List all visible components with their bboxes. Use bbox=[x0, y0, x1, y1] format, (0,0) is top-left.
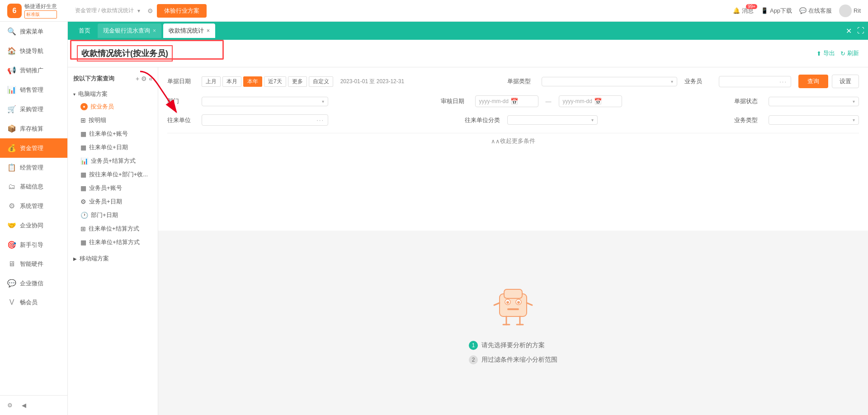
tab-bank-flow[interactable]: 现金银行流水查询 × bbox=[98, 24, 161, 38]
add-scheme-btn[interactable]: + bbox=[136, 75, 139, 82]
empty-step-2: 2 用过滤条件来缩小分析范围 bbox=[469, 355, 557, 364]
tab-home[interactable]: 首页 bbox=[71, 22, 98, 40]
dept-select[interactable]: ▾ bbox=[202, 97, 328, 106]
scheme-item-partner-dept[interactable]: ▦ 按往来单位+部门+收... bbox=[68, 168, 158, 181]
sidebar-item-operation[interactable]: 📋 经营管理 bbox=[0, 158, 67, 177]
date-separator: — bbox=[546, 98, 552, 105]
scheme-group-mobile: ▶ 移动端方案 bbox=[68, 251, 158, 266]
scheme-item-partner-account[interactable]: ▦ 往来单位+账号 bbox=[68, 127, 158, 141]
tab-close-icon-2[interactable]: × bbox=[207, 28, 210, 34]
sidebar-item-label: 企业微信 bbox=[20, 279, 43, 288]
sidebar-item-member[interactable]: V 畅会员 bbox=[0, 293, 67, 312]
date-range-display: 2023-01-01 至 2023-12-31 bbox=[340, 78, 404, 85]
table-icon-4: ▦ bbox=[80, 184, 86, 192]
date-tab-7days[interactable]: 近7天 bbox=[264, 76, 286, 87]
export-button[interactable]: ⬆ 导出 bbox=[816, 49, 835, 57]
sidebar: 🔍 搜索菜单 🏠 快捷导航 📢 营销推广 📊 销售管理 🛒 采购管理 📦 库存核… bbox=[0, 22, 68, 415]
doc-status-select[interactable]: ▾ bbox=[769, 97, 859, 106]
grid-icon: ⊞ bbox=[80, 117, 86, 124]
trial-button[interactable]: 体验行业方案 bbox=[157, 4, 207, 18]
review-date-start[interactable]: yyyy-mm-dd 📅 bbox=[475, 95, 538, 107]
tab-close-icon[interactable]: × bbox=[153, 28, 156, 34]
scheme-item-partner-settlement1[interactable]: ⊞ 往来单位+结算方式 bbox=[68, 222, 158, 236]
clock-icon: 🕐 bbox=[80, 212, 88, 219]
chart-icon: 📊 bbox=[80, 157, 88, 165]
sidebar-item-enterprise[interactable]: 🤝 企业协同 bbox=[0, 216, 67, 235]
user-avatar bbox=[839, 5, 852, 17]
date-tab-custom[interactable]: 自定义 bbox=[309, 76, 333, 87]
collapse-more-btn[interactable]: ∧∧ 收起更多条件 bbox=[167, 133, 859, 149]
scheme-item-salesperson-account[interactable]: ▦ 业务员+账号 bbox=[68, 181, 158, 195]
scheme-settings-btn[interactable]: ⚙ bbox=[141, 75, 147, 82]
close-window-icon[interactable]: ✕ bbox=[846, 27, 852, 35]
sidebar-item-quick-nav[interactable]: 🏠 快捷导航 bbox=[0, 41, 67, 61]
tab-collection-label: 收款情况统计 bbox=[169, 27, 204, 35]
step-number-2: 2 bbox=[469, 355, 478, 364]
sidebar-collapse-btn[interactable]: ◀ bbox=[18, 399, 30, 411]
refresh-button[interactable]: ↻ 刷新 bbox=[840, 49, 859, 57]
sidebar-item-purchase[interactable]: 🛒 采购管理 bbox=[0, 99, 67, 119]
sidebar-item-search[interactable]: 🔍 搜索菜单 bbox=[0, 22, 67, 41]
date-tab-last-month[interactable]: 上月 bbox=[202, 76, 221, 87]
business-type-select[interactable]: ▾ bbox=[769, 115, 859, 125]
scheme-item-by-salesperson[interactable]: ● 按业务员 bbox=[68, 100, 158, 113]
scheme-group-desktop-title[interactable]: ▾ 电脑端方案 bbox=[68, 88, 158, 100]
table-icon-3: ▦ bbox=[80, 171, 86, 178]
notification-badge: 99+ bbox=[746, 4, 757, 9]
sidebar-item-basic[interactable]: 🗂 基础信息 bbox=[0, 177, 67, 196]
scheme-item-by-detail[interactable]: ⊞ 按明细 bbox=[68, 113, 158, 127]
online-service-btn[interactable]: 💬 在线客服 bbox=[799, 7, 832, 15]
review-date-label: 审核日期 bbox=[441, 97, 468, 105]
sidebar-item-label: 系统管理 bbox=[20, 202, 43, 210]
sidebar-item-hardware[interactable]: 🖥 智能硬件 bbox=[0, 255, 67, 274]
partner-category-select[interactable]: ▾ bbox=[507, 115, 598, 125]
sidebar-settings-btn[interactable]: ⚙ bbox=[4, 399, 16, 411]
scheme-item-salesperson-settlement[interactable]: 📊 业务员+结算方式 bbox=[68, 154, 158, 168]
doc-type-select[interactable]: ▾ bbox=[542, 77, 677, 86]
scheme-collapse-btn[interactable]: « bbox=[149, 75, 152, 82]
export-label: 导出 bbox=[823, 49, 835, 57]
sidebar-item-system[interactable]: ⚙ 系统管理 bbox=[0, 196, 67, 216]
chevron-down-icon[interactable]: ▾ bbox=[137, 8, 140, 14]
download-icon: 📱 bbox=[761, 7, 768, 14]
result-area: 1 请先选择要分析的方案 2 用过滤条件来缩小分析范围 bbox=[158, 231, 868, 415]
top-header: 6 畅捷通好生意 标准版 资金管理 / 收款情况统计 ▾ ⚙ 体验行业方案 🔔 … bbox=[0, 0, 868, 22]
maximize-icon[interactable]: ⛶ bbox=[857, 27, 864, 35]
partner-select[interactable]: ··· bbox=[202, 114, 328, 126]
date-tab-this-month[interactable]: 本月 bbox=[222, 76, 241, 87]
sidebar-item-label: 采购管理 bbox=[20, 105, 43, 113]
calendar-icon-2[interactable]: 📅 bbox=[594, 98, 602, 105]
calendar-icon-1[interactable]: 📅 bbox=[510, 98, 518, 105]
table-icon: ▦ bbox=[80, 130, 86, 137]
sidebar-bottom: ⚙ ◀ bbox=[0, 395, 67, 415]
sidebar-item-marketing[interactable]: 📢 营销推广 bbox=[0, 61, 67, 80]
scheme-item-salesperson-date[interactable]: ⚙ 业务员+日期 bbox=[68, 195, 158, 208]
scheme-item-dept-date[interactable]: 🕐 部门+日期 bbox=[68, 208, 158, 222]
scheme-item-partner-date[interactable]: ▦ 往来单位+日期 bbox=[68, 141, 158, 154]
salesperson-select[interactable]: ··· bbox=[719, 76, 791, 87]
chevron-icon-4: ▾ bbox=[591, 118, 594, 123]
review-date-end[interactable]: yyyy-mm-dd 📅 bbox=[559, 95, 622, 107]
sales-icon: 📊 bbox=[7, 85, 16, 94]
arrow-right-icon: ▶ bbox=[73, 256, 77, 261]
scheme-group-mobile-title[interactable]: ▶ 移动端方案 bbox=[68, 253, 158, 264]
sidebar-item-sales[interactable]: 📊 销售管理 bbox=[0, 80, 67, 99]
user-profile[interactable]: Rit bbox=[839, 5, 861, 17]
tab-collection-stats[interactable]: 收款情况统计 × bbox=[163, 24, 215, 38]
sidebar-item-wechat[interactable]: 💬 企业微信 bbox=[0, 274, 67, 293]
app-logo-icon: 6 bbox=[7, 4, 22, 18]
date-tab-more[interactable]: 更多 bbox=[288, 76, 307, 87]
query-button[interactable]: 查询 bbox=[798, 75, 828, 88]
notification-area[interactable]: 🔔 消息 99+ bbox=[733, 7, 754, 15]
date-tab-this-year[interactable]: 本年 bbox=[243, 76, 262, 87]
scheme-item-partner-settlement2[interactable]: ▦ 往来单位+结算方式 bbox=[68, 236, 158, 249]
sidebar-item-inventory[interactable]: 📦 库存核算 bbox=[0, 119, 67, 138]
app-download-btn[interactable]: 📱 App下载 bbox=[761, 7, 792, 15]
sidebar-item-guide[interactable]: 🎯 新手引导 bbox=[0, 235, 67, 255]
settings-icon[interactable]: ⚙ bbox=[147, 7, 153, 14]
refresh-icon: ↻ bbox=[840, 50, 845, 57]
sidebar-item-finance[interactable]: 💰 资金管理 bbox=[0, 138, 67, 158]
doc-type-label: 单据类型 bbox=[507, 77, 534, 85]
salesperson-label: 业务员 bbox=[684, 77, 712, 85]
setting-button[interactable]: 设置 bbox=[832, 75, 859, 88]
